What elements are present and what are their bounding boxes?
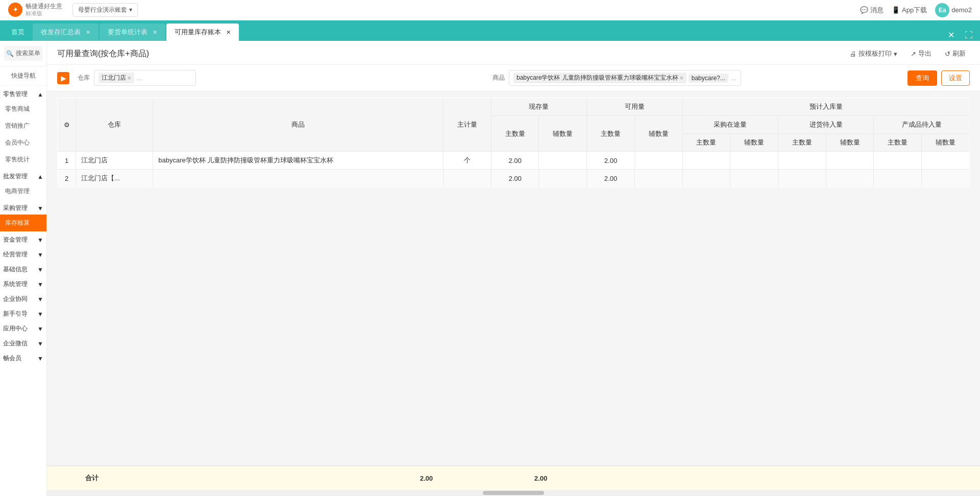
sidebar-item-retail-stats[interactable]: 零售统计 — [0, 151, 46, 168]
refresh-icon: ↺ — [945, 50, 950, 58]
col-available-main-header: 主数量 — [587, 116, 635, 152]
app-download-button[interactable]: 📱 App下载 — [892, 6, 927, 15]
print-button[interactable]: 🖨 按模板打印 ▾ — [846, 47, 901, 60]
chevron-down-icon: ▼ — [37, 237, 43, 244]
sidebar-item-inventory[interactable]: 库存核算 — [0, 215, 46, 231]
sidebar-section-member[interactable]: 畅会员 ▼ — [0, 350, 46, 365]
sidebar-section-basic[interactable]: 基础信息 ▼ — [0, 261, 46, 276]
footer-purchase-aux — [684, 470, 741, 486]
sidebar-section-retail[interactable]: 零售管理 ▲ — [0, 86, 46, 101]
footer-available-main: 2.00 — [512, 470, 569, 486]
chevron-down-icon: ▼ — [37, 325, 43, 333]
search-menu-button[interactable]: 🔍 搜索菜单 — [4, 46, 42, 61]
col-goods-main-header: 主数量 — [778, 134, 826, 152]
col-purchase-main-header: 主数量 — [682, 134, 730, 152]
message-label: 消息 — [870, 6, 884, 15]
remove-product-tag-1[interactable]: × — [680, 75, 683, 82]
close-tab-order[interactable]: ✕ — [153, 29, 157, 36]
industry-label: 母婴行业演示账套 — [78, 6, 127, 14]
close-tab-receive[interactable]: ✕ — [86, 29, 90, 36]
tab-receive-summary[interactable]: 收发存汇总表 ✕ — [33, 23, 99, 41]
settings-button[interactable]: 设置 — [941, 70, 970, 86]
sidebar-item-ecommerce[interactable]: 电商管理 — [0, 183, 46, 200]
filter-actions: 查询 设置 — [908, 70, 970, 86]
avatar: Ea — [935, 3, 949, 17]
expand-window-icon[interactable]: ⛶ — [962, 30, 976, 41]
row1-goods-main — [778, 152, 826, 170]
brand-name: 畅捷通好生意 — [26, 3, 62, 10]
filter-toggle-button[interactable]: ▶ — [57, 72, 69, 84]
row1-unit: 个 — [444, 152, 492, 170]
row2-available-aux — [634, 170, 682, 187]
sidebar-section-system[interactable]: 系统管理 ▼ — [0, 276, 46, 291]
sidebar-section-newbie[interactable]: 新手引导 ▼ — [0, 305, 46, 320]
export-button[interactable]: ↗ 导出 — [906, 47, 936, 60]
sidebar-section-appstore[interactable]: 应用中心 ▼ — [0, 320, 46, 335]
row1-available-aux — [634, 152, 682, 170]
chevron-down-icon: ▼ — [37, 355, 43, 362]
warehouse-filter: 仓库 江北门店 × … — [78, 70, 484, 86]
top-bar-left: ✦ 畅捷通好生意 标准版 母婴行业演示账套 ▾ — [8, 3, 138, 17]
sidebar-item-retail-mall[interactable]: 零售商城 — [0, 101, 46, 117]
table-header-row-1: ⚙ 仓库 商品 主计量 现存量 可用量 预计入库量 — [58, 98, 970, 116]
row1-purchase-main — [682, 152, 730, 170]
close-window-icon[interactable]: ✕ — [945, 29, 958, 41]
chevron-down-icon: ▼ — [37, 251, 43, 258]
row1-purchase-aux — [730, 152, 778, 170]
col-available-header: 可用量 — [587, 98, 682, 116]
col-product-pending-header: 产成品待入量 — [874, 116, 970, 134]
sidebar-section-enterprise[interactable]: 企业协同 ▼ — [0, 291, 46, 305]
chevron-down-icon: ▼ — [37, 281, 43, 288]
data-table: ⚙ 仓库 商品 主计量 现存量 可用量 预计入库量 主数量 辅数量 主数量 辅数… — [57, 98, 970, 187]
product-tag-1: babycare学饮杯 儿童防摔防撞吸管杯重力球吸嘴杯宝宝水杯 × — [513, 73, 687, 83]
tab-order-stats[interactable]: 要货单统计表 ✕ — [100, 23, 165, 41]
row1-current-aux — [539, 152, 587, 170]
nav-tabs: 首页 收发存汇总表 ✕ 要货单统计表 ✕ 可用量库存账本 ✕ ✕ ⛶ — [0, 20, 980, 41]
row2-warehouse: 江北门店【... — [76, 170, 153, 187]
product-more[interactable]: … — [730, 75, 737, 82]
footer-purchase-main — [627, 470, 684, 486]
remove-warehouse-tag[interactable]: × — [128, 75, 131, 82]
footer-empty-3 — [347, 470, 398, 486]
warehouse-more[interactable]: … — [136, 75, 142, 82]
user-name: demo2 — [951, 6, 972, 14]
tab-home[interactable]: 首页 — [4, 23, 32, 41]
sidebar-item-marketing[interactable]: 营销推广 — [0, 117, 46, 134]
sidebar-section-wechat[interactable]: 企业微信 ▼ — [0, 335, 46, 350]
chevron-down-icon: ▼ — [37, 296, 43, 303]
sidebar: 🔍 搜索菜单 快捷导航 零售管理 ▲ 零售商城 营销推广 会员中心 零售统计 批… — [0, 41, 47, 496]
content-area: 可用量查询(按仓库+商品) 🖨 按模板打印 ▾ ↗ 导出 ↺ 刷新 ▶ — [47, 41, 980, 496]
user-profile[interactable]: Ea demo2 — [935, 3, 972, 17]
sidebar-section-finance[interactable]: 资金管理 ▼ — [0, 231, 46, 246]
tab-available-stock[interactable]: 可用量库存账本 ✕ — [166, 23, 239, 41]
message-button[interactable]: 💬 消息 — [860, 6, 884, 15]
chevron-up-icon: ▲ — [37, 91, 43, 98]
footer-row: 合计 2.00 2.00 — [57, 470, 970, 486]
industry-selector[interactable]: 母婴行业演示账套 ▾ — [72, 3, 138, 17]
sidebar-item-member-center[interactable]: 会员中心 — [0, 134, 46, 151]
horizontal-scrollbar[interactable] — [47, 490, 980, 496]
col-current-aux-header: 辅数量 — [539, 116, 587, 152]
close-tab-available[interactable]: ✕ — [226, 29, 231, 36]
chevron-down-icon: ▾ — [129, 6, 132, 13]
sidebar-section-wholesale[interactable]: 批发管理 ▲ — [0, 168, 46, 183]
search-icon: 🔍 — [6, 50, 14, 57]
sidebar-item-quick-nav[interactable]: 快捷导航 — [0, 66, 46, 86]
product-input[interactable]: babycare学饮杯 儿童防摔防撞吸管杯重力球吸嘴杯宝宝水杯 × babyca… — [509, 70, 741, 86]
export-icon: ↗ — [911, 50, 916, 58]
scroll-thumb[interactable] — [483, 491, 544, 495]
warehouse-input[interactable]: 江北门店 × … — [94, 70, 196, 86]
row1-seq: 1 — [58, 152, 76, 170]
sidebar-section-operations[interactable]: 经营管理 ▼ — [0, 246, 46, 261]
brand-icon: ✦ — [8, 3, 22, 17]
print-icon: 🖨 — [850, 50, 856, 58]
row2-seq: 2 — [58, 170, 76, 187]
refresh-button[interactable]: ↺ 刷新 — [941, 47, 970, 60]
row2-goods-main — [778, 170, 826, 187]
chevron-down-icon: ▾ — [894, 50, 897, 58]
query-button[interactable]: 查询 — [908, 70, 937, 86]
row2-current-aux — [539, 170, 587, 187]
sidebar-section-purchase[interactable]: 采购管理 ▼ — [0, 200, 46, 215]
col-settings-header[interactable]: ⚙ — [58, 98, 76, 152]
brand-info: 畅捷通好生意 标准版 — [26, 3, 62, 17]
